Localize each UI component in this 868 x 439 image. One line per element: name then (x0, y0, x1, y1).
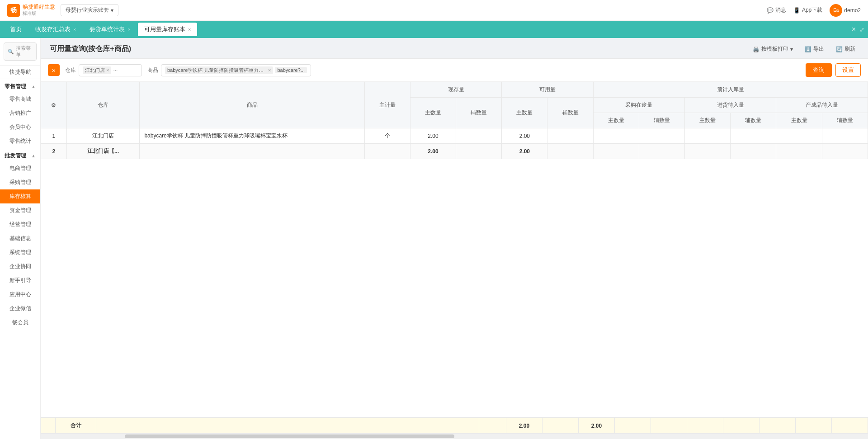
export-btn[interactable]: ⬇️ 导出 (801, 43, 828, 55)
tenant-selector[interactable]: 母婴行业演示账套 ▾ (61, 4, 118, 16)
cell-avail-main: 2.00 (502, 128, 547, 144)
tab-receive[interactable]: 收发存汇总表 × (29, 23, 82, 36)
cell-production-main (776, 144, 822, 159)
chevron-up-icon-2: ▲ (31, 153, 36, 158)
cell-purchase-aux (639, 144, 684, 159)
filter-actions: 查询 设置 (806, 63, 861, 77)
filter-toggle-btn[interactable]: » (48, 64, 60, 76)
col-main-unit-header: 主计量 (364, 82, 410, 128)
col-incoming-aux-header: 辅数量 (731, 113, 776, 128)
horizontal-scrollbar[interactable] (41, 434, 868, 439)
goods-tag-0: babycare学饮杯 儿童防摔防撞吸管杯重力球吸嘴杯宝宝水杯 × (165, 66, 273, 74)
app-download-action[interactable]: 📱 App下载 (793, 6, 822, 14)
gear-icon[interactable]: ⚙ (51, 102, 56, 109)
setting-button[interactable]: 设置 (835, 63, 861, 77)
table-row: 2 江北门店【... 2.00 2.00 (41, 144, 868, 159)
query-button[interactable]: 查询 (806, 63, 832, 77)
tab-available-stock[interactable]: 可用量库存账本 × (138, 23, 197, 36)
goods-input[interactable]: babycare学饮杯 儿童防摔防撞吸管杯重力球吸嘴杯宝宝水杯 × babyca… (161, 64, 311, 76)
chevron-right-icon: » (52, 66, 56, 74)
message-icon: 💬 (767, 7, 774, 14)
tab-bar-right: × ⤢ (852, 25, 864, 33)
col-purchase-aux-header: 辅数量 (639, 113, 684, 128)
cell-avail-aux (547, 128, 593, 144)
sidebar-item-quick-nav[interactable]: 快捷导航 (0, 66, 40, 79)
cell-purchase-main (593, 128, 639, 144)
sidebar-section-wholesale[interactable]: 批发管理 ▲ (0, 148, 40, 161)
cell-incoming-aux (731, 128, 776, 144)
cell-purchase-main (593, 144, 639, 159)
tab-available-stock-close[interactable]: × (188, 27, 191, 32)
logo-sub: 标准版 (23, 10, 55, 17)
sidebar: 🔍 搜索菜单 快捷导航 零售管理 ▲ 零售商城 营销推广 会员中心 零售统计 批… (0, 38, 41, 439)
tab-order-stats[interactable]: 要货单统计表 × (83, 23, 137, 36)
user-action[interactable]: Ea demo2 (830, 4, 861, 17)
sidebar-item-corp-wechat[interactable]: 企业微信 (0, 302, 40, 316)
content-area: 可用量查询(按仓库+商品) 🖨️ 按模板打印 ▾ ⬇️ 导出 🔄 刷新 (41, 38, 868, 439)
col-incoming-main-header: 主数量 (685, 113, 731, 128)
col-production-main-header: 主数量 (776, 113, 822, 128)
goods-tag-0-remove[interactable]: × (268, 67, 271, 73)
sidebar-item-system[interactable]: 系统管理 (0, 245, 40, 260)
cell-incoming-main (685, 144, 731, 159)
avatar: Ea (830, 4, 842, 17)
col-purchase-transit-header: 采购在途量 (593, 98, 684, 113)
cell-warehouse: 江北门店 (66, 128, 140, 144)
sidebar-item-member[interactable]: 会员中心 (0, 120, 40, 134)
col-settings: ⚙ (41, 82, 67, 128)
refresh-icon: 🔄 (836, 46, 843, 52)
logo-text: 畅捷通好生意 (23, 4, 55, 11)
filter-area: » 仓库 江北门店 × ··· 商品 babycare学饮杯 儿童防摔防撞吸管杯… (41, 59, 868, 82)
warehouse-ellipsis[interactable]: ··· (113, 67, 118, 73)
filter-goods: 商品 babycare学饮杯 儿童防摔防撞吸管杯重力球吸嘴杯宝宝水杯 × bab… (147, 64, 311, 76)
scroll-thumb[interactable] (125, 434, 454, 438)
cell-unit (364, 144, 410, 159)
top-bar: 畅 畅捷通好生意 标准版 母婴行业演示账套 ▾ 💬 消息 📱 App下载 Ea … (0, 0, 868, 21)
tab-receive-close[interactable]: × (73, 27, 76, 32)
sidebar-item-ops[interactable]: 经营管理 (0, 217, 40, 231)
sidebar-item-enterprise[interactable]: 企业协同 (0, 260, 40, 274)
col-current-stock-header: 现存量 (410, 82, 501, 98)
cell-current-main: 2.00 (410, 144, 456, 159)
footer-current-main: 2.00 (506, 418, 542, 434)
sidebar-item-newbie[interactable]: 新手引导 (0, 274, 40, 288)
refresh-btn[interactable]: 🔄 刷新 (832, 43, 859, 55)
sidebar-item-finance[interactable]: 资金管理 (0, 203, 40, 217)
sidebar-item-retail-mall[interactable]: 零售商城 (0, 92, 40, 106)
warehouse-tag-remove[interactable]: × (106, 67, 109, 73)
sidebar-item-inventory[interactable]: 库存核算 (0, 189, 40, 203)
cell-goods (140, 144, 364, 159)
tab-bar: 首页 收发存汇总表 × 要货单统计表 × 可用量库存账本 × × ⤢ (0, 21, 868, 38)
close-all-tabs-btn[interactable]: × (852, 25, 856, 33)
warehouse-input[interactable]: 江北门店 × ··· (79, 64, 142, 76)
message-action[interactable]: 💬 消息 (767, 6, 786, 14)
logo-area: 畅 畅捷通好生意 标准版 (7, 4, 55, 17)
search-input-trigger[interactable]: 🔍 搜索菜单 (4, 42, 37, 61)
sidebar-item-vip[interactable]: 畅会员 (0, 316, 40, 330)
sidebar-item-retail-stats[interactable]: 零售统计 (0, 134, 40, 148)
sidebar-item-app-center[interactable]: 应用中心 (0, 288, 40, 302)
col-warehouse-header: 仓库 (66, 82, 140, 128)
tab-order-stats-close[interactable]: × (127, 27, 130, 32)
sidebar-item-base[interactable]: 基础信息 (0, 231, 40, 245)
col-production-aux-header: 辅数量 (822, 113, 868, 128)
sidebar-item-purchase[interactable]: 采购管理 (0, 175, 40, 189)
cell-goods: babycare学饮杯 儿童防摔防撞吸管杯重力球吸嘴杯宝宝水杯 (140, 128, 364, 144)
expand-btn[interactable]: ⤢ (859, 26, 864, 33)
print-btn[interactable]: 🖨️ 按模板打印 ▾ (749, 43, 797, 55)
col-current-aux-header: 辅数量 (456, 98, 502, 128)
sidebar-item-ecom[interactable]: 电商管理 (0, 161, 40, 175)
tab-home[interactable]: 首页 (4, 23, 28, 36)
cell-unit: 个 (364, 128, 410, 144)
col-production-header: 产成品待入量 (776, 98, 868, 113)
page-title: 可用量查询(按仓库+商品) (50, 44, 131, 54)
cell-index: 2 (41, 144, 67, 159)
chevron-down-icon-print: ▾ (790, 46, 793, 52)
sidebar-search-area[interactable]: 🔍 搜索菜单 (0, 38, 40, 66)
sidebar-item-marketing[interactable]: 营销推广 (0, 106, 40, 120)
logo-icon: 畅 (7, 4, 20, 17)
sidebar-section-retail[interactable]: 零售管理 ▲ (0, 79, 40, 92)
cell-production-main (776, 128, 822, 144)
warehouse-label: 仓库 (65, 66, 76, 74)
cell-incoming-main (685, 128, 731, 144)
